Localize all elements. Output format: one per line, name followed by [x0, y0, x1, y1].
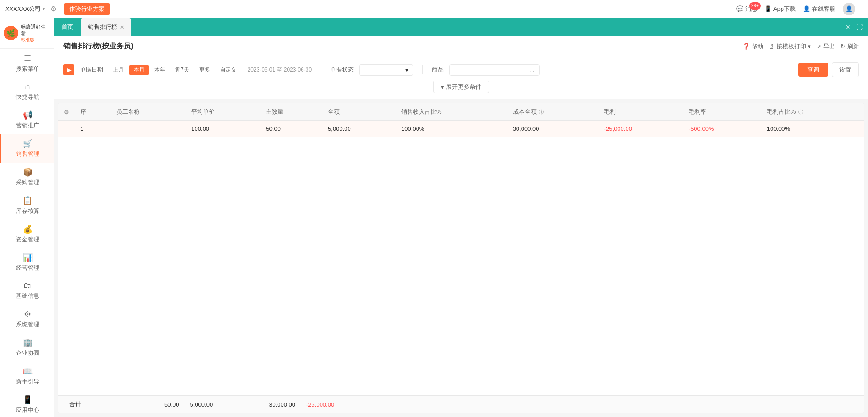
app-center-icon: 📱: [23, 395, 33, 405]
sidebar-item-label: 库存核算: [16, 207, 39, 215]
table-header-row: ⚙ 序 员工名称 平均单价 主数量 全额 销售收入占比% 成本全额 ⓘ: [58, 103, 864, 121]
system-icon: ⚙: [24, 309, 31, 319]
expand-label: 展开更多条件: [446, 83, 481, 91]
col-avg-price: 平均单价: [186, 103, 260, 121]
sidebar-item-guide[interactable]: 📖 新手引导: [0, 362, 54, 390]
sidebar-item-label: 采购管理: [16, 178, 39, 187]
page-title: 销售排行榜(按业务员): [63, 42, 134, 51]
tab-bar: 首页 销售排行榜 ✕ ✕ ⛶: [54, 18, 868, 36]
col-settings-icon[interactable]: ⚙: [64, 109, 69, 115]
sidebar-item-basic-info[interactable]: 🗂 基础信息: [0, 277, 54, 305]
sidebar-item-system[interactable]: ⚙ 系统管理: [0, 305, 54, 333]
avatar-icon: 👤: [845, 5, 853, 12]
date-btn-current-year[interactable]: 本年: [150, 65, 169, 75]
refresh-label: 刷新: [847, 43, 859, 51]
online-service-btn[interactable]: 👤 在线客服: [803, 5, 835, 13]
inventory-icon: 📋: [23, 196, 33, 206]
main-layout: 🌿 畅康通好生意 标准版 ☰ 搜索菜单 ⌂ 快捷导航 📢 营销推广 🛒 销售管理…: [0, 18, 868, 417]
sidebar-item-label: 营销推广: [16, 121, 39, 129]
sidebar-item-marketing[interactable]: 📢 营销推广: [0, 105, 54, 134]
avatar[interactable]: 👤: [843, 3, 855, 15]
cell-gross: -25,000.00: [599, 121, 683, 137]
col-settings: ⚙: [58, 103, 75, 121]
status-select[interactable]: ▾: [359, 64, 413, 76]
company-selector[interactable]: XXXXXX公司 ▾: [5, 5, 45, 13]
sidebar-item-finance[interactable]: 💰 资金管理: [0, 220, 54, 248]
sidebar-item-search-order[interactable]: ☰ 搜索菜单: [0, 49, 54, 77]
cell-quantity: 50.00: [260, 121, 322, 137]
date-btn-last-month[interactable]: 上月: [109, 65, 128, 75]
sidebar-item-label: 应用中心: [16, 406, 39, 414]
col-rank: 序: [75, 103, 111, 121]
company-name: XXXXXX公司: [5, 5, 41, 13]
help-label: 帮助: [752, 43, 763, 51]
sidebar-item-purchase[interactable]: 📦 采购管理: [0, 163, 54, 191]
goods-dots: …: [529, 67, 535, 73]
sidebar-item-inventory[interactable]: 📋 库存核算: [0, 191, 54, 220]
sidebar-item-label: 经营管理: [16, 264, 39, 272]
sidebar-item-app-center[interactable]: 📱 应用中心: [0, 390, 54, 417]
tab-sales-rank[interactable]: 销售排行榜 ✕: [81, 18, 131, 36]
status-label: 单据状态: [330, 66, 354, 74]
sidebar: 🌿 畅康通好生意 标准版 ☰ 搜索菜单 ⌂ 快捷导航 📢 营销推广 🛒 销售管理…: [0, 18, 54, 417]
sidebar-item-label: 资金管理: [16, 235, 39, 244]
trial-btn[interactable]: 体验行业方案: [64, 3, 110, 15]
service-label: 在线客服: [812, 5, 835, 13]
app-icon: 📱: [764, 5, 772, 12]
help-btn[interactable]: ❓ 帮助: [743, 43, 763, 51]
expand-more-btn[interactable]: ▾ 展开更多条件: [433, 81, 489, 93]
export-btn[interactable]: ↗ 导出: [816, 43, 835, 51]
tab-maximize-icon[interactable]: ⛶: [856, 24, 863, 31]
tab-close-icon[interactable]: ✕: [120, 24, 124, 30]
cell-settings: [58, 121, 75, 137]
sidebar-item-operation[interactable]: 📊 经营管理: [0, 248, 54, 277]
page-header: 销售排行榜(按业务员) ❓ 帮助 🖨 按模板打印 ▾ ↗ 导出: [54, 36, 868, 57]
cell-rank: 1: [75, 121, 111, 137]
cell-amount: 5,000.00: [322, 121, 396, 137]
filter-actions: 查询 设置: [798, 62, 859, 77]
gross-ratio-info-icon[interactable]: ⓘ: [798, 109, 803, 115]
quick-nav-icon: ⌂: [25, 82, 30, 91]
marketing-icon: 📢: [23, 110, 33, 120]
message-btn[interactable]: 💬 消息 99+: [736, 5, 757, 13]
table-footer: 合计 50.00 5,000.00 30,000.00 -25,000.00: [58, 395, 864, 413]
date-btn-more[interactable]: 更多: [195, 65, 214, 75]
sidebar-item-enterprise[interactable]: 🏢 企业协同: [0, 333, 54, 362]
logo-badge: 标准版: [21, 37, 50, 43]
tab-bar-right: ✕ ⛶: [845, 24, 868, 31]
app-label: App下载: [773, 5, 796, 13]
filter-row-main: ▶ 单据日期 上月 本月 本年 近7天 更多 自定义 2023-06-01 至 …: [63, 62, 859, 77]
filter-toggle-btn[interactable]: ▶: [63, 64, 74, 75]
sidebar-item-quick-nav[interactable]: ⌂ 快捷导航: [0, 77, 54, 105]
settings-filter-btn[interactable]: 设置: [832, 62, 859, 77]
print-btn[interactable]: 🖨 按模板打印 ▾: [769, 43, 811, 51]
tab-home[interactable]: 首页: [54, 18, 81, 36]
tab-sales-rank-label: 销售排行榜: [88, 23, 117, 31]
footer-label: 合计: [64, 400, 86, 408]
footer-amount: 5,000.00: [185, 401, 219, 408]
date-btn-last-7-days[interactable]: 近7天: [171, 65, 193, 75]
tab-close-all-icon[interactable]: ✕: [845, 24, 851, 31]
logo-text: 畅康通好生意: [21, 24, 50, 37]
table-row: 1 100.00 50.00 5,000.00 100.00% 30,000.0…: [58, 121, 864, 137]
sidebar-item-label: 销售管理: [16, 150, 39, 158]
query-btn[interactable]: 查询: [798, 63, 828, 77]
table-wrap: ⚙ 序 员工名称 平均单价 主数量 全额 销售收入占比% 成本全额 ⓘ: [58, 103, 864, 395]
date-btn-custom[interactable]: 自定义: [216, 65, 240, 75]
app-download-btn[interactable]: 📱 App下载: [764, 5, 796, 13]
filter-bar: ▶ 单据日期 上月 本月 本年 近7天 更多 自定义 2023-06-01 至 …: [54, 57, 868, 99]
sidebar-item-sales[interactable]: 🛒 销售管理: [0, 134, 54, 163]
table-body: 1 100.00 50.00 5,000.00 100.00% 30,000.0…: [58, 121, 864, 137]
refresh-btn[interactable]: ↻ 刷新: [840, 43, 859, 51]
col-quantity: 主数量: [260, 103, 322, 121]
filter-divider-2: [422, 65, 423, 74]
goods-select[interactable]: …: [449, 64, 540, 76]
col-gross-ratio: 毛利占比% ⓘ: [762, 103, 864, 121]
date-btn-current-month[interactable]: 本月: [129, 65, 149, 75]
cost-info-icon[interactable]: ⓘ: [539, 109, 544, 115]
finance-icon: 💰: [23, 224, 33, 234]
settings-icon[interactable]: ⚙: [50, 5, 57, 13]
export-label: 导出: [823, 43, 835, 51]
cell-cost: 30,000.00: [508, 121, 599, 137]
basic-info-icon: 🗂: [24, 281, 32, 291]
